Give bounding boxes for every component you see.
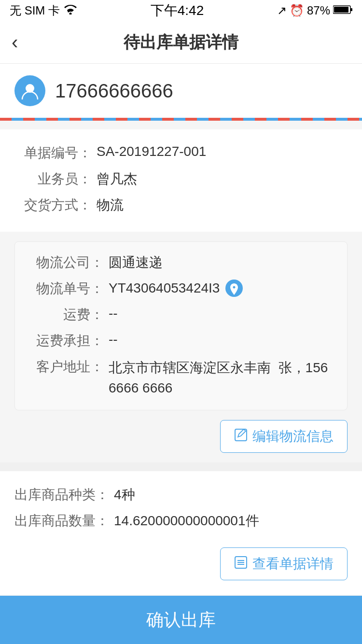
- delivery-method-row: 交货方式： 物流: [14, 196, 348, 214]
- goods-quantity-label: 出库商品数量：: [14, 512, 109, 530]
- page-title: 待出库单据详情: [124, 31, 238, 54]
- sales-person-value: 曾凡杰: [92, 170, 348, 188]
- freight-value: --: [104, 306, 335, 321]
- freight-row: 运费： --: [27, 306, 335, 324]
- order-info-section: 单据编号： SA-20191227-001 业务员： 曾凡杰 交货方式： 物流: [0, 129, 362, 232]
- location-service-icon: ↗: [277, 4, 287, 17]
- logistics-card: 物流公司： 圆通速递 物流单号： YT43064053424I3 运费： -- …: [14, 241, 348, 410]
- status-time: 下午4:42: [151, 1, 204, 20]
- freight-bearer-value: --: [104, 332, 335, 347]
- svg-rect-2: [334, 7, 348, 13]
- edit-logistics-button[interactable]: 编辑物流信息: [220, 420, 348, 453]
- edit-icon: [234, 428, 248, 445]
- section-divider: [0, 462, 362, 471]
- delivery-method-label: 交货方式：: [14, 196, 92, 214]
- location-pin-icon[interactable]: [225, 280, 243, 297]
- address-label: 客户地址：: [27, 358, 104, 376]
- order-no-row: 单据编号： SA-20191227-001: [14, 144, 348, 162]
- tracking-no-label: 物流单号：: [27, 280, 104, 298]
- address-value: 北京市市辖区海淀区永丰南 张，156 6666 6666: [104, 358, 335, 398]
- battery-level: 87%: [307, 4, 330, 17]
- status-right: ↗ ⏰ 87%: [277, 4, 352, 17]
- tracking-no-value: YT43064053424I3: [104, 280, 335, 297]
- customer-phone: 17666666666: [55, 80, 173, 102]
- goods-quantity-value: 14.620000000000001件: [109, 512, 348, 530]
- confirm-button-bar[interactable]: 确认出库: [0, 596, 362, 644]
- sales-person-row: 业务员： 曾凡杰: [14, 170, 348, 188]
- svg-rect-1: [350, 8, 352, 11]
- freight-bearer-label: 运费承担：: [27, 332, 104, 350]
- wifi-icon: [64, 4, 77, 17]
- view-details-button[interactable]: 查看单据详情: [220, 547, 348, 580]
- goods-types-label: 出库商品种类：: [14, 486, 109, 504]
- battery-icon: [333, 4, 352, 17]
- customer-section: 17666666666: [0, 64, 362, 118]
- delivery-method-value: 物流: [92, 196, 348, 214]
- view-details-label: 查看单据详情: [252, 555, 334, 573]
- address-row: 客户地址： 北京市市辖区海淀区永丰南 张，156 6666 6666: [27, 358, 335, 398]
- status-left: 无 SIM 卡: [10, 3, 77, 18]
- goods-quantity-row: 出库商品数量： 14.620000000000001件: [14, 512, 348, 530]
- sim-status: 无 SIM 卡: [10, 3, 60, 18]
- list-icon: [234, 556, 248, 573]
- order-no-value: SA-20191227-001: [92, 144, 348, 159]
- nav-bar: ‹ 待出库单据详情: [0, 21, 362, 64]
- goods-types-row: 出库商品种类： 4种: [14, 486, 348, 504]
- dashed-divider: [0, 118, 362, 121]
- view-btn-row: 查看单据详情: [0, 547, 362, 595]
- back-button[interactable]: ‹: [12, 31, 18, 53]
- order-no-label: 单据编号：: [14, 144, 92, 162]
- avatar: [14, 75, 45, 106]
- tracking-no-row: 物流单号： YT43064053424I3: [27, 280, 335, 298]
- logistics-company-row: 物流公司： 圆通速递: [27, 253, 335, 272]
- edit-logistics-label: 编辑物流信息: [252, 427, 334, 446]
- logistics-company-label: 物流公司：: [27, 253, 104, 272]
- confirm-btn-label: 确认出库: [146, 608, 216, 632]
- alarm-icon: ⏰: [290, 4, 304, 17]
- goods-section: 出库商品种类： 4种 出库商品数量： 14.620000000000001件: [0, 471, 362, 547]
- edit-btn-row: 编辑物流信息: [0, 420, 362, 462]
- goods-types-value: 4种: [109, 486, 348, 504]
- status-bar: 无 SIM 卡 下午4:42 ↗ ⏰ 87%: [0, 0, 362, 21]
- freight-label: 运费：: [27, 306, 104, 324]
- back-icon: ‹: [12, 31, 18, 53]
- logistics-company-value: 圆通速递: [104, 253, 335, 272]
- sales-person-label: 业务员：: [14, 170, 92, 188]
- freight-bearer-row: 运费承担： --: [27, 332, 335, 350]
- main-content: 17666666666 单据编号： SA-20191227-001 业务员： 曾…: [0, 64, 362, 644]
